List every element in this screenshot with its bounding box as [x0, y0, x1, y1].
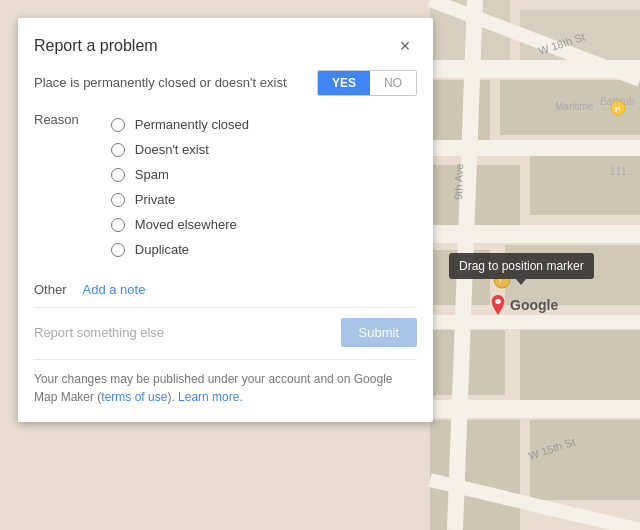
submit-button[interactable]: Submit	[341, 318, 417, 347]
svg-point-32	[495, 299, 500, 304]
svg-rect-11	[430, 420, 520, 530]
report-else-text: Report something else	[34, 325, 164, 340]
footer-text-between: ).	[167, 390, 178, 404]
svg-rect-17	[415, 315, 640, 329]
reason-duplicate[interactable]: Duplicate	[111, 237, 249, 262]
dialog-header: Report a problem ×	[18, 18, 433, 70]
svg-rect-16	[415, 225, 640, 243]
marker-label: Google	[510, 297, 558, 313]
reason-options: Permanently closed Doesn't exist Spam Pr…	[103, 112, 249, 262]
toggle-row: Place is permanently closed or doesn't e…	[34, 70, 417, 96]
drag-position-tooltip: Drag to position marker	[449, 253, 594, 279]
toggle-label: Place is permanently closed or doesn't e…	[34, 74, 317, 92]
dialog-title: Report a problem	[34, 37, 158, 55]
marker-pin-icon	[490, 295, 506, 315]
learn-more-link[interactable]: Learn more.	[178, 390, 243, 404]
svg-rect-15	[415, 140, 640, 156]
svg-text:111...: 111...	[610, 166, 635, 177]
reason-moved-elsewhere[interactable]: Moved elsewhere	[111, 212, 249, 237]
svg-rect-18	[415, 400, 640, 418]
toggle-no-option[interactable]: NO	[370, 71, 416, 95]
terms-of-use-link[interactable]: terms of use	[101, 390, 167, 404]
svg-text:Maritime: Maritime	[555, 101, 594, 112]
reason-spam[interactable]: Spam	[111, 162, 249, 187]
report-else-row: Report something else Submit	[34, 307, 417, 347]
google-map-marker[interactable]: Google	[490, 295, 558, 315]
reason-label: Reason	[34, 112, 79, 254]
other-row: Other Add a note	[34, 276, 417, 297]
reason-private[interactable]: Private	[111, 187, 249, 212]
toggle-yes-option[interactable]: YES	[318, 71, 370, 95]
footer-text: Your changes may be published under your…	[34, 359, 417, 406]
svg-rect-3	[430, 80, 490, 150]
close-button[interactable]: ×	[393, 34, 417, 58]
reason-permanently-closed[interactable]: Permanently closed	[111, 112, 249, 137]
dialog-body: Place is permanently closed or doesn't e…	[18, 70, 433, 422]
reason-doesnt-exist[interactable]: Doesn't exist	[111, 137, 249, 162]
svg-text:9th Ave: 9th Ave	[452, 163, 465, 200]
svg-rect-6	[530, 150, 640, 215]
toggle-switch[interactable]: YES NO	[317, 70, 417, 96]
svg-text:P: P	[615, 105, 621, 114]
svg-rect-12	[530, 420, 640, 500]
report-problem-dialog: Report a problem × Place is permanently …	[18, 18, 433, 422]
other-label: Other	[34, 282, 67, 297]
reason-section: Reason Permanently closed Doesn't exist …	[34, 112, 417, 262]
add-note-link[interactable]: Add a note	[83, 282, 146, 297]
